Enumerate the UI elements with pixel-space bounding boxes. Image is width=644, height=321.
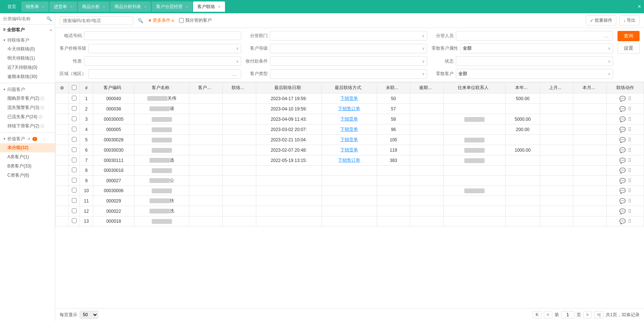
th-checkbox[interactable] (69, 82, 80, 94)
close-sales-tab[interactable]: × (42, 4, 44, 9)
next-page-btn[interactable]: > (583, 311, 592, 318)
region-dots[interactable]: … (230, 71, 239, 77)
chat-icon[interactable]: 💬 (619, 178, 626, 184)
grid-action-icon[interactable]: ⠿ (628, 208, 631, 214)
nature-select[interactable]: ∨ (84, 56, 241, 66)
sidebar-search-icon[interactable]: 🔍 (46, 16, 52, 21)
row-checkbox[interactable] (72, 96, 77, 100)
select-all-checkbox[interactable] (72, 85, 77, 90)
row-checkbox[interactable] (72, 127, 77, 131)
last-method-link[interactable]: 下销货单 (340, 137, 358, 142)
my-customers-checkbox[interactable] (179, 18, 184, 23)
last-page-btn[interactable]: >| (594, 311, 603, 318)
grid-action-icon[interactable]: ⠿ (628, 198, 631, 204)
chat-icon[interactable]: 💬 (619, 106, 626, 112)
chat-icon[interactable]: 💬 (619, 127, 626, 133)
grid-action-icon[interactable]: ⠿ (628, 106, 631, 112)
retail-attr-select[interactable]: 全部 ∨ (460, 43, 613, 53)
more-conditions-btn[interactable]: ▼ 更多条件 ∧ (148, 17, 175, 24)
last-method-link[interactable]: 下销货单 (340, 116, 358, 121)
td-checkbox[interactable] (69, 206, 80, 216)
grid-action-icon[interactable]: ⠿ (628, 116, 631, 122)
chat-icon[interactable]: 💬 (619, 188, 626, 194)
price-level-select[interactable]: ∨ (88, 44, 241, 53)
sidebar-item-c-class[interactable]: C类客户(6) (0, 171, 55, 180)
retail-customer-select[interactable]: 全部 ∨ (456, 69, 613, 79)
last-method-link[interactable]: 下销售订单 (338, 106, 360, 111)
td-checkbox[interactable] (69, 145, 80, 155)
tab-customer-segment[interactable]: 客户分层经营 × (152, 1, 192, 12)
td-checkbox[interactable] (69, 155, 80, 166)
person-dots[interactable]: … (602, 33, 610, 39)
td-checkbox[interactable] (69, 114, 80, 124)
tab-home[interactable]: 首页 (3, 1, 21, 12)
grid-action-icon[interactable]: ⠿ (628, 158, 631, 163)
grid-action-icon[interactable]: ⠿ (628, 218, 631, 224)
sidebar-item-a-class[interactable]: A类客户(1) (0, 152, 55, 162)
close-customer-segment-tab[interactable]: × (186, 4, 188, 9)
last-method-link[interactable]: 下销货单 (340, 147, 358, 152)
close-purchase-tab[interactable]: × (70, 4, 72, 9)
sidebar-item-b-class[interactable]: B类客户(33) (0, 162, 55, 171)
row-checkbox[interactable] (72, 147, 77, 152)
sidebar-item-warning[interactable]: 流失预警客户(3) ⓘ (0, 103, 55, 112)
payment-select[interactable]: ∨ (270, 56, 427, 66)
chat-icon[interactable]: 💬 (619, 167, 626, 173)
grid-action-icon[interactable]: ⠿ (628, 167, 631, 173)
row-checkbox[interactable] (72, 218, 77, 223)
first-page-btn[interactable]: K (533, 311, 542, 318)
search-input[interactable] (60, 16, 133, 25)
row-checkbox[interactable] (72, 137, 77, 142)
td-checkbox[interactable] (69, 196, 80, 206)
sidebar-item-ungroup[interactable]: 未分组(32) (0, 143, 55, 152)
tab-sales[interactable]: 销售单 × (21, 1, 49, 12)
tab-product-analysis-list[interactable]: 商品分析列表 × (110, 1, 151, 12)
td-checkbox[interactable] (69, 94, 80, 104)
search-icon[interactable]: 🔍 (138, 18, 143, 23)
sidebar-search-input[interactable] (3, 16, 45, 21)
chat-icon[interactable]: 💬 (619, 96, 626, 102)
row-checkbox[interactable] (72, 188, 77, 193)
td-checkbox[interactable] (69, 166, 80, 176)
tab-purchase[interactable]: 进货单 × (49, 1, 77, 12)
query-btn[interactable]: 查询 (617, 31, 640, 41)
row-checkbox[interactable] (72, 178, 77, 183)
close-product-analysis-list-tab[interactable]: × (144, 4, 146, 9)
row-checkbox[interactable] (72, 158, 77, 162)
sidebar-item-declining[interactable]: 持续下滑客户(2) ⓘ (0, 121, 55, 131)
chat-icon[interactable]: 💬 (619, 218, 626, 224)
grid-action-icon[interactable]: ⠿ (628, 96, 631, 102)
row-checkbox[interactable] (72, 116, 77, 121)
close-customer-contact-tab[interactable]: × (218, 4, 220, 9)
current-page-input[interactable] (561, 311, 574, 318)
sidebar-item-lost[interactable]: 已流失客户(24) ⓘ (0, 112, 55, 121)
chat-icon[interactable]: 💬 (619, 198, 626, 204)
sidebar-item-7days[interactable]: 近7天待联络(0) (0, 63, 55, 72)
last-method-link[interactable]: 下销货单 (340, 96, 358, 101)
chat-icon[interactable]: 💬 (619, 147, 626, 153)
grid-action-icon[interactable]: ⠿ (628, 147, 631, 153)
export-btn[interactable]: ↓ 导出 (619, 15, 640, 25)
td-checkbox[interactable] (69, 186, 80, 196)
sidebar-all-customers[interactable]: ⠿ 全部客户 « (0, 25, 55, 35)
th-settings[interactable]: ⚙ (56, 82, 69, 94)
tab-customer-contact[interactable]: 客户联络 × (193, 1, 225, 12)
per-page-select[interactable]: 50 20 100 (80, 311, 98, 319)
close-product-analysis-tab[interactable]: × (103, 4, 105, 9)
chat-icon[interactable]: 💬 (619, 158, 626, 163)
sidebar-item-abnormal[interactable]: 囤购异常客户(2) ⓘ (0, 94, 55, 103)
status-select[interactable]: ∨ (456, 56, 613, 66)
chat-icon[interactable]: 💬 (619, 208, 626, 214)
refresh-icon[interactable]: ↺ (27, 137, 30, 141)
grid-action-icon[interactable]: ⠿ (628, 188, 631, 194)
sidebar-item-tomorrow[interactable]: 明天待联络(1) (0, 54, 55, 63)
customer-level-select[interactable]: ∨ (270, 44, 427, 53)
batch-operation-btn[interactable]: ✓ 批量操作 (586, 15, 616, 25)
dept-select[interactable]: ∨ (270, 31, 427, 40)
customer-type-select[interactable]: ∨ (270, 69, 427, 79)
row-checkbox[interactable] (72, 167, 77, 172)
grid-action-icon[interactable]: ⠿ (628, 137, 631, 143)
row-checkbox[interactable] (72, 198, 77, 203)
chat-icon[interactable]: 💬 (619, 116, 626, 122)
reset-btn[interactable]: 设置 (617, 43, 640, 54)
